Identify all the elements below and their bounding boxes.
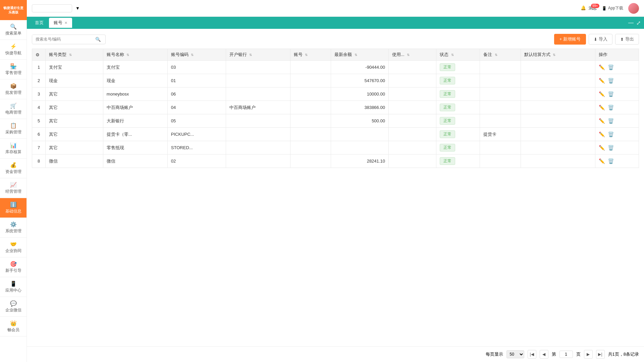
edit-btn[interactable]: ✏️ bbox=[599, 158, 605, 164]
account-search-input[interactable] bbox=[32, 35, 93, 44]
cell-balance bbox=[331, 128, 389, 141]
operations-icon: 📈 bbox=[0, 182, 26, 188]
cell-usage bbox=[388, 87, 436, 101]
sidebar-item-nav[interactable]: ⚡ 快捷导航 bbox=[0, 40, 26, 60]
cell-balance: 383866.00 bbox=[331, 101, 389, 114]
cell-balance: -90444.00 bbox=[331, 61, 389, 74]
edit-btn[interactable]: ✏️ bbox=[599, 145, 605, 151]
sidebar-item-app-center[interactable]: 📱 应用中心 bbox=[0, 277, 26, 297]
cell-status: 正常 bbox=[436, 74, 480, 87]
delete-btn[interactable]: 🗑️ bbox=[608, 91, 614, 97]
app-download-btn[interactable]: 📱 App下载 bbox=[602, 5, 623, 11]
first-page-btn[interactable]: |◀ bbox=[528, 350, 536, 359]
sidebar-item-system[interactable]: ⚙️ 系统管理 bbox=[0, 218, 26, 238]
collaboration-icon: 🤝 bbox=[0, 241, 26, 247]
sidebar-item-ecommerce[interactable]: 🛒 电商管理 bbox=[0, 99, 26, 119]
notification-badge: 99+ bbox=[591, 4, 599, 8]
edit-btn[interactable]: ✏️ bbox=[599, 105, 605, 111]
per-page-select[interactable]: 50 100 200 bbox=[506, 350, 524, 358]
sidebar-item-wechat[interactable]: 💬 企业微信 bbox=[0, 297, 26, 317]
cell-name: 支付宝 bbox=[103, 61, 167, 74]
sidebar-item-member[interactable]: 👑 畅会员 bbox=[0, 317, 26, 337]
search-button[interactable]: 🔍 bbox=[93, 35, 104, 44]
cell-num: 5 bbox=[32, 114, 46, 128]
cell-bank bbox=[226, 74, 290, 87]
per-page-label: 每页显示 bbox=[486, 351, 503, 357]
delete-btn[interactable]: 🗑️ bbox=[608, 105, 614, 111]
delete-btn[interactable]: 🗑️ bbox=[608, 78, 614, 84]
nav-icon: ⚡ bbox=[0, 43, 26, 50]
tab-account[interactable]: 账号 ✕ bbox=[49, 18, 72, 28]
sidebar-item-purchase[interactable]: 📋 采购管理 bbox=[0, 119, 26, 139]
prev-page-btn[interactable]: ◀ bbox=[540, 350, 548, 359]
page-suffix: 页 bbox=[576, 351, 581, 357]
edit-btn[interactable]: ✏️ bbox=[599, 78, 605, 84]
cell-default-settle bbox=[521, 87, 595, 101]
cell-usage bbox=[388, 101, 436, 114]
add-account-button[interactable]: + 新增账号 bbox=[554, 34, 586, 45]
cell-balance: 547670.00 bbox=[331, 74, 389, 87]
cell-remark bbox=[480, 114, 521, 128]
delete-btn[interactable]: 🗑️ bbox=[608, 158, 614, 164]
cell-code: STORED... bbox=[167, 141, 226, 155]
sidebar-item-retail[interactable]: 🏪 零售管理 bbox=[0, 60, 26, 79]
content-toolbar: 🔍 + 新增账号 ⬇ 导入 ⬆ 导出 bbox=[32, 34, 639, 45]
th-code: 账号编码 ⇅ bbox=[167, 49, 226, 61]
cell-status: 正常 bbox=[436, 155, 480, 168]
cell-type: 其它 bbox=[46, 101, 103, 114]
sidebar-item-inventory[interactable]: 📊 库存核算 bbox=[0, 139, 26, 159]
sidebar: 畅捷通好生意 乐惠版 🔍 搜索菜单 ⚡ 快捷导航 🏪 零售管理 📦 批发管理 🛒… bbox=[0, 0, 27, 362]
total-label: 共1页，8条记录 bbox=[608, 351, 639, 357]
cell-code: 01 bbox=[167, 74, 226, 87]
sidebar-item-search[interactable]: 🔍 搜索菜单 bbox=[0, 20, 26, 40]
delete-btn[interactable]: 🗑️ bbox=[608, 131, 614, 137]
sidebar-item-basic-info[interactable]: ℹ️ 基础信息 bbox=[0, 198, 26, 218]
settings-icon[interactable]: ⚙ bbox=[36, 52, 40, 57]
table-row: 6 其它 提货卡（零... PICKUPC... 正常 提货卡 ✏️ 🗑️ bbox=[32, 128, 639, 141]
wholesale-icon: 📦 bbox=[0, 83, 26, 89]
cell-account bbox=[290, 114, 331, 128]
cell-num: 3 bbox=[32, 87, 46, 101]
minimize-icon[interactable]: — bbox=[628, 20, 634, 26]
sidebar-item-wholesale[interactable]: 📦 批发管理 bbox=[0, 79, 26, 99]
next-page-btn[interactable]: ▶ bbox=[584, 350, 593, 359]
sidebar-item-guide[interactable]: 🎯 新手引导 bbox=[0, 257, 26, 277]
topbar-dropdown[interactable]: ▼ bbox=[75, 6, 80, 11]
status-badge: 正常 bbox=[440, 77, 455, 84]
logo-subtext: 乐惠版 bbox=[3, 10, 23, 14]
edit-btn[interactable]: ✏️ bbox=[599, 131, 605, 137]
edit-btn[interactable]: ✏️ bbox=[599, 64, 605, 70]
inventory-icon: 📊 bbox=[0, 142, 26, 148]
delete-btn[interactable]: 🗑️ bbox=[608, 118, 614, 124]
import-button[interactable]: ⬇ 导入 bbox=[589, 34, 612, 45]
th-type: 账号类型 ⇅ bbox=[46, 49, 103, 61]
sidebar-item-operations[interactable]: 📈 经营管理 bbox=[0, 178, 26, 198]
topbar-search-input[interactable] bbox=[32, 4, 72, 12]
sidebar-item-finance[interactable]: 💰 资金管理 bbox=[0, 159, 26, 178]
last-page-btn[interactable]: ▶| bbox=[596, 350, 605, 359]
edit-btn[interactable]: ✏️ bbox=[599, 91, 605, 97]
delete-btn[interactable]: 🗑️ bbox=[608, 64, 614, 70]
cell-remark bbox=[480, 61, 521, 74]
status-badge: 正常 bbox=[440, 90, 455, 98]
export-button[interactable]: ⬆ 导出 bbox=[615, 34, 639, 45]
page-number-input[interactable] bbox=[559, 351, 573, 358]
cell-usage bbox=[388, 141, 436, 155]
notification-btn[interactable]: 🔔 99+ 消息 bbox=[581, 5, 597, 11]
cell-status: 正常 bbox=[436, 114, 480, 128]
cell-action: ✏️ 🗑️ bbox=[595, 87, 639, 101]
cell-name: 微信 bbox=[103, 155, 167, 168]
tab-home[interactable]: 首页 bbox=[30, 18, 48, 28]
delete-btn[interactable]: 🗑️ bbox=[608, 145, 614, 151]
sidebar-item-collaboration[interactable]: 🤝 企业协同 bbox=[0, 238, 26, 257]
avatar[interactable] bbox=[628, 3, 639, 14]
th-remark: 备注 ⇅ bbox=[480, 49, 521, 61]
cell-type: 其它 bbox=[46, 128, 103, 141]
cell-code: 06 bbox=[167, 87, 226, 101]
status-badge: 正常 bbox=[440, 144, 455, 152]
tab-close-btn[interactable]: ✕ bbox=[64, 21, 67, 25]
expand-icon[interactable]: ⤢ bbox=[636, 20, 641, 26]
tabbar: 首页 账号 ✕ — ⤢ bbox=[27, 17, 644, 29]
edit-btn[interactable]: ✏️ bbox=[599, 118, 605, 124]
topbar-right: 🔔 99+ 消息 📱 App下载 bbox=[581, 3, 639, 14]
